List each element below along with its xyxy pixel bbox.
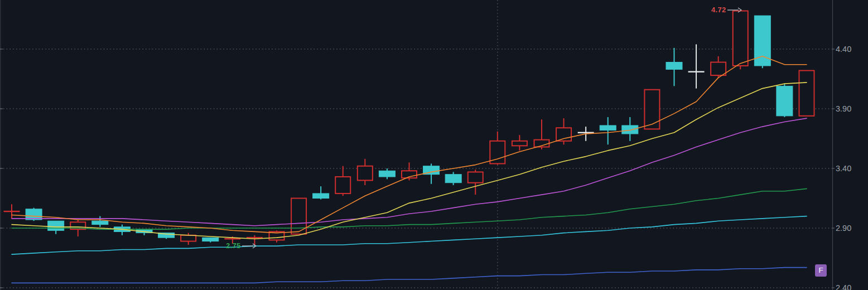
candle [534, 119, 549, 149]
flag-badge-f[interactable]: F [815, 264, 827, 277]
candle-body-down [48, 221, 64, 230]
candle [358, 159, 373, 185]
high-annotation: 4.72 [711, 6, 742, 14]
price-axis-label: 3.90 [836, 104, 851, 113]
candle [4, 204, 20, 219]
candle-body-down [445, 175, 461, 183]
candle-body-up [799, 71, 814, 116]
candle [688, 44, 705, 88]
candle [777, 84, 793, 117]
candle [402, 162, 417, 180]
high-annotation-label: 4.72 [711, 6, 726, 14]
candle-body-down [600, 125, 616, 130]
candle [202, 238, 219, 243]
ma-line-ma-orange [12, 56, 807, 233]
candle [512, 135, 527, 151]
candle [600, 117, 616, 144]
candle [423, 163, 440, 183]
candle [313, 186, 329, 200]
candle-body-down [777, 86, 793, 116]
arrow-right-icon [727, 7, 742, 13]
candle [754, 16, 770, 68]
price-axis-label: 3.40 [836, 164, 851, 173]
candle-body-down [379, 171, 395, 177]
candle [666, 48, 682, 86]
candle-body-up [358, 166, 373, 181]
candle [733, 11, 748, 70]
candle-body-up [711, 62, 726, 76]
candle-body-up [468, 172, 483, 182]
price-axis-label: 2.90 [836, 224, 851, 233]
ma-line-ma-green [12, 188, 807, 229]
candle [468, 170, 483, 195]
candle [799, 71, 814, 116]
candle [92, 216, 108, 227]
candle [445, 172, 461, 185]
candle-body-up [512, 141, 527, 146]
candle-body-up [181, 235, 196, 241]
candlestick-chart[interactable]: 4.403.903.402.902.40 [0, 0, 868, 290]
candle [644, 90, 659, 129]
candle-body-down [313, 194, 329, 199]
ma-line-ma-blue [12, 268, 807, 283]
candle-body-up [644, 90, 659, 129]
low-annotation: 2.75 [226, 242, 257, 250]
price-axis-label: 2.40 [836, 283, 851, 290]
candle-body-up [733, 11, 748, 66]
candle-body-down [622, 125, 638, 134]
ma-line-ma-cyan [12, 216, 807, 255]
candle-body-up [335, 177, 350, 194]
candle-body-down [666, 62, 682, 70]
candle [490, 132, 505, 165]
low-annotation-label: 2.75 [226, 242, 241, 250]
candle [48, 221, 64, 234]
arrow-right-icon [242, 243, 257, 249]
price-axis-label: 4.40 [836, 45, 851, 54]
candle-body-down [92, 221, 108, 224]
candle [335, 166, 350, 196]
candle [379, 168, 395, 179]
stock-chart: 4.403.903.402.902.40 4.72 2.75 F [0, 0, 868, 290]
candle-body-down [202, 238, 219, 241]
